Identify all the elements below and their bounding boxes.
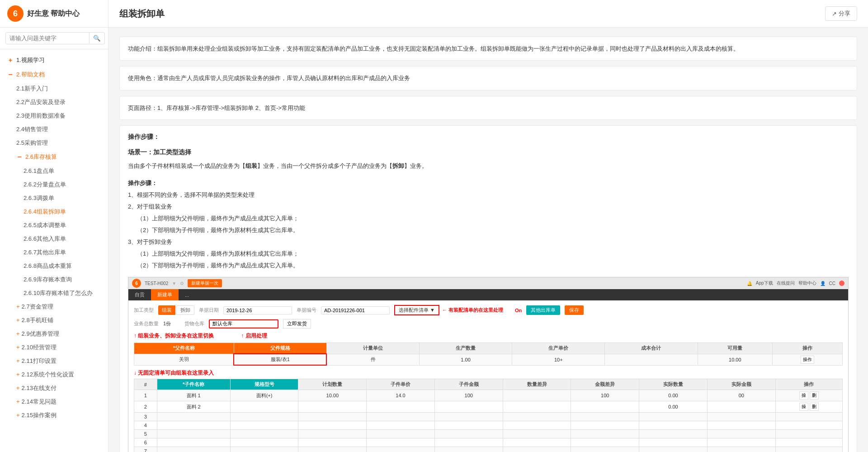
step2-1: （1）上部明细为父件明细，最终作为产成品生成其它入库单； xyxy=(128,213,849,224)
table-row: 5 xyxy=(134,430,843,438)
search-input[interactable] xyxy=(5,32,90,44)
save-btn[interactable]: 保存 xyxy=(565,305,584,315)
step3-2: （2）下部明细为子件明细，最终作为产成品生成其它入库单。 xyxy=(128,260,849,271)
sidebar-item-coupon[interactable]: +2.9优惠券管理 xyxy=(0,327,108,341)
date-input[interactable] xyxy=(223,306,292,314)
intro-block-2: 使用角色：通常由生产人员或库管人员完成拆装业务的操作，库管人员确认原材料的出库和… xyxy=(119,66,857,90)
confirm-warehouse-btn[interactable]: 立即发货 xyxy=(283,319,311,328)
sidebar-item-inv1[interactable]: 2.6.1盘点单 xyxy=(0,164,108,178)
sidebar: 6 好生意 帮助中心 🔍 + 1.视频学习 − 2.帮助文档 2.1新手入门 2… xyxy=(0,0,108,452)
content-area: 功能介绍：组装拆卸单用来处理企业组装或拆卸等加工业务，支持有固定装配清单的产品加… xyxy=(108,28,868,452)
lower-row-delete-btn-1[interactable]: 删 xyxy=(810,391,819,400)
type-assembly-btn[interactable]: 组装 xyxy=(158,305,175,315)
sidebar-item-inventory[interactable]: − 2.6库存核算 xyxy=(0,150,108,164)
sidebar-item-new[interactable]: 2.1新手入门 xyxy=(0,82,108,95)
search-button[interactable]: 🔍 xyxy=(90,32,105,44)
window-close-btn[interactable] xyxy=(839,281,844,286)
upper-table: *父件名称 父件规格 计量单位 生产数量 生产单价 成本合计 可用量 操作 xyxy=(134,343,843,366)
confirm-btn[interactable]: 其他出库单 xyxy=(526,305,560,315)
lower-table: # *子件名称 规格型号 计划数量 子件单价 子件金额 数量差异 金额差异 实际… xyxy=(134,379,843,452)
step2: 2、对于组装业务 xyxy=(128,201,849,213)
app-screenshot-container: 6 TEST-H002 ▼ ⚙ 新建单据一次 🔔 App下载 在线提问 帮助中心… xyxy=(128,277,849,452)
sidebar-item-inv9[interactable]: 2.6.9库存账本查询 xyxy=(0,273,108,286)
share-button[interactable]: ↗ 分享 xyxy=(825,6,857,21)
nav-group-video: + 1.视频学习 xyxy=(0,53,108,67)
assembly-list-btn[interactable]: 选择配件清单 ▼ xyxy=(394,305,439,315)
sidebar-item-faq[interactable]: +2.14常见问题 xyxy=(0,395,108,409)
step3: 3、对于拆卸业务 xyxy=(128,236,849,248)
annotation-3: ↑ 启用处理 xyxy=(241,332,267,340)
lower-row-action-btn-1[interactable]: 操 xyxy=(799,391,808,400)
sidebar-item-sys[interactable]: +2.12系统个性化设置 xyxy=(0,368,108,381)
ops-title: 操作步骤： xyxy=(128,133,849,141)
number-input[interactable] xyxy=(321,306,390,314)
form-row-2: 业务总数量 1份 货物仓库 立即发货 xyxy=(134,319,843,328)
nav-more[interactable]: ... xyxy=(179,290,195,300)
sidebar-item-data[interactable]: 2.3使用前数据准备 xyxy=(0,109,108,123)
annotation-4: ↓ 无固定清单可由组装在这里录入 xyxy=(134,370,214,376)
sidebar-item-mobile[interactable]: +2.8手机旺铺 xyxy=(0,314,108,327)
step1: 1、根据不同的业务，选择不同单据的类型来处理 xyxy=(128,189,849,201)
inner-nav: 自贡 新建单 ... xyxy=(128,289,848,300)
sidebar-item-sales[interactable]: 2.4销售管理 xyxy=(0,123,108,136)
collapse-icon: − xyxy=(7,71,14,78)
sidebar-item-inv7[interactable]: 2.6.7其他出库单 xyxy=(0,246,108,259)
sidebar-item-video[interactable]: + 1.视频学习 xyxy=(0,53,108,67)
annotation-on: On xyxy=(515,308,522,313)
scene1-desc: 当由多个子件材料组装成一个成品的业务为【组装】业务，当由一个父件拆分成多个子产品… xyxy=(128,160,849,172)
sidebar-item-purchase[interactable]: 2.5采购管理 xyxy=(0,136,108,150)
table-row: 7 xyxy=(134,447,843,452)
intro-block-1: 功能介绍：组装拆卸单用来处理企业组装或拆卸等加工业务，支持有固定装配清单的产品加… xyxy=(119,37,857,61)
sidebar-item-cases[interactable]: +2.15操作案例 xyxy=(0,409,108,422)
search-box: 🔍 xyxy=(0,28,108,49)
annotation-row-4: ↓ 无固定清单可由组装在这里录入 xyxy=(134,369,843,377)
main-header: 组装拆卸单 ↗ 分享 xyxy=(108,0,868,28)
app-titlebar: 6 TEST-H002 ▼ ⚙ 新建单据一次 🔔 App下载 在线提问 帮助中心… xyxy=(128,277,848,289)
table-row: 2 面料 2 0.00 操 xyxy=(134,401,843,413)
sidebar-item-inv4[interactable]: 2.6.4组装拆卸单 xyxy=(0,205,108,219)
type-buttons: 组装 拆卸 xyxy=(158,305,194,315)
sidebar-item-docs[interactable]: − 2.帮助文档 xyxy=(0,67,108,82)
table-row: 关羽 服装/衣1 件 1.00 10+ 10.00 操作 xyxy=(134,354,843,365)
sidebar-item-print[interactable]: +2.11打印设置 xyxy=(0,354,108,368)
sidebar-item-inv6[interactable]: 2.6.6其他入库单 xyxy=(0,232,108,246)
app-window-id: TEST-H002 xyxy=(145,281,168,286)
annotation-row-2: ↑ 组装业务、拆卸业务在这里切换 ↑ 启用处理 xyxy=(134,332,843,340)
scene1-title: 场景一：加工类型选择 xyxy=(128,148,849,157)
sidebar-item-pay[interactable]: +2.13在线支付 xyxy=(0,381,108,395)
nav-home[interactable]: 自贡 xyxy=(128,289,151,300)
operations-section: 操作步骤： 场景一：加工类型选择 当由多个子件材料组装成一个成品的业务为【组装】… xyxy=(119,125,857,452)
upper-table-section: *父件名称 父件规格 计量单位 生产数量 生产单价 成本合计 可用量 操作 xyxy=(134,343,843,366)
main-content: 组装拆卸单 ↗ 分享 功能介绍：组装拆卸单用来处理企业组装或拆卸等加工业务，支持… xyxy=(108,0,868,452)
type-disassembly-btn[interactable]: 拆卸 xyxy=(176,305,194,315)
row-action-btn[interactable]: 操作 xyxy=(801,356,814,364)
table-row: 1 面料 1 面料(+) 10.00 14.0 100 100 0.00 00 xyxy=(134,390,843,401)
expand-icon: + xyxy=(7,57,14,63)
inventory-collapse-icon: − xyxy=(16,154,23,160)
annotation-1: ← 有装配清单的在这里处理 xyxy=(442,307,503,314)
table-row: 4 xyxy=(134,421,843,430)
app-logo: 6 xyxy=(132,279,141,288)
sidebar-item-inv10[interactable]: 2.6.10库存账本错了怎么办 xyxy=(0,286,108,300)
intro-block-3: 页面路径：1、库存核算->库存管理->组装拆卸单 2、首页->常用功能 xyxy=(119,96,857,120)
sidebar-item-inv8[interactable]: 2.6.8商品成本重算 xyxy=(0,259,108,273)
sidebar-header: 6 好生意 帮助中心 xyxy=(0,0,108,28)
warehouse-input[interactable] xyxy=(209,319,278,328)
table-row: 6 xyxy=(134,438,843,447)
lower-row-action-btn-2[interactable]: 操 xyxy=(799,403,808,411)
lower-row-delete-btn-2[interactable]: 删 xyxy=(810,403,819,411)
steps-title: 操作步骤： xyxy=(128,177,849,189)
step3-1: （1）上部明细为父件明细，最终作为原材料生成其它出库单； xyxy=(128,248,849,260)
sidebar-item-capital[interactable]: +2.7资金管理 xyxy=(0,300,108,314)
sidebar-item-install[interactable]: 2.2产品安装及登录 xyxy=(0,95,108,109)
nav-new[interactable]: 新建单 xyxy=(151,289,179,300)
sidebar-item-inv3[interactable]: 2.6.3调拨单 xyxy=(0,191,108,205)
form-row-1: 加工类型 组装 拆卸 单据日期 单据编号 选择配件清单 ▼ ← 有装配清单的在这… xyxy=(134,305,843,315)
sidebar-item-manage[interactable]: +2.10经营管理 xyxy=(0,341,108,354)
sidebar-item-inv2[interactable]: 2.6.2分量盘点单 xyxy=(0,178,108,191)
sidebar-item-inv5[interactable]: 2.6.5成本调整单 xyxy=(0,219,108,232)
logo-icon: 6 xyxy=(7,5,24,22)
new-order-btn[interactable]: 新建单据一次 xyxy=(188,279,222,287)
share-icon: ↗ xyxy=(832,10,837,17)
table-row: 3 xyxy=(134,413,843,421)
